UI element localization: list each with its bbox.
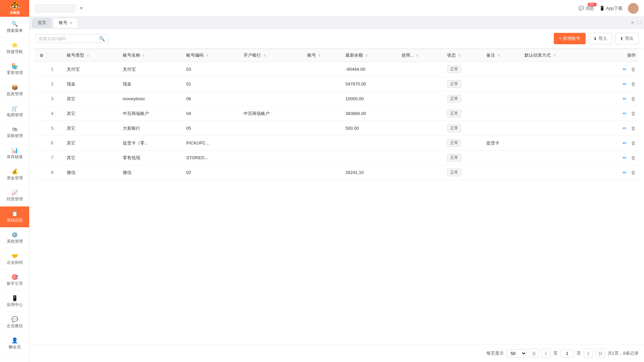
delete-icon-7[interactable]: 🗑 — [631, 170, 636, 175]
col-balance[interactable]: 最新余额 ⇅ — [343, 49, 399, 62]
export-button[interactable]: ⬆ 导出 — [615, 33, 639, 44]
delete-icon-5[interactable]: 🗑 — [631, 140, 636, 146]
user-avatar[interactable] — [628, 3, 639, 14]
row-num-3: 4 — [48, 106, 64, 121]
row-status-3: 正常 — [444, 106, 484, 121]
tab-home[interactable]: 首页 — [32, 18, 52, 28]
col-account-no[interactable]: 账号 ⇅ — [305, 49, 343, 62]
sidebar-item-finance-mgmt[interactable]: 💰资金管理 — [0, 164, 29, 185]
edit-icon-2[interactable]: ✏ — [623, 96, 627, 102]
app-logo: 🐯 乐账版 — [0, 0, 29, 17]
add-account-button[interactable]: + 新增账号 — [554, 33, 586, 44]
row-remark-7 — [484, 165, 522, 180]
page-size-select[interactable]: 50 100 200 — [506, 349, 527, 358]
import-button[interactable]: ⬇ 导入 — [588, 33, 612, 44]
sidebar-item-ecommerce-mgmt[interactable]: 🛒电商管理 — [0, 101, 29, 122]
row-num-4: 5 — [48, 121, 64, 136]
sidebar-item-quick-nav[interactable]: ⭐快捷导航 — [0, 38, 29, 59]
row-bank-7 — [241, 165, 305, 180]
edit-icon-1[interactable]: ✏ — [623, 81, 627, 87]
delete-icon-3[interactable]: 🗑 — [631, 111, 636, 116]
nav-icon-inventory-calc: 📊 — [1, 147, 28, 154]
delete-icon-6[interactable]: 🗑 — [631, 155, 636, 161]
row-account-name-1: 现金 — [120, 77, 184, 92]
message-icon: 💬 — [579, 6, 584, 11]
delete-icon-4[interactable]: 🗑 — [631, 125, 636, 131]
col-bank[interactable]: 开户银行 ⇅ — [241, 49, 305, 62]
col-default-settlement[interactable]: 默认结算方式 ⇅ — [522, 49, 595, 62]
search-input[interactable] — [39, 36, 99, 41]
tab-close-account[interactable]: ✕ — [69, 21, 72, 25]
nav-icon-enterprise-wechat: 💬 — [1, 316, 28, 322]
edit-icon-7[interactable]: ✏ — [623, 170, 627, 175]
edit-icon-6[interactable]: ✏ — [623, 155, 627, 161]
sidebar: 🐯 乐账版 🔍搜索菜单⭐快捷导航🏪零售管理📦批发管理🛒电商管理🛍采购管理📊库存核… — [0, 0, 30, 362]
pagination: 每页显示 50 100 200 ⟨⟨ ⟨ 页 页 ⟩ ⟩⟩ 共1页，8条记录 — [30, 344, 644, 362]
delete-icon-1[interactable]: 🗑 — [631, 81, 636, 87]
tab-label-home: 首页 — [38, 20, 46, 26]
edit-icon-5[interactable]: ✏ — [623, 140, 627, 146]
window-expand-icon[interactable]: ⛶ — [637, 20, 641, 25]
next-page-button[interactable]: ⟩ — [584, 349, 593, 358]
message-btn[interactable]: 💬 消息 99+ — [579, 5, 594, 11]
last-page-button[interactable]: ⟩⟩ — [596, 349, 605, 358]
row-account-name-0: 支付宝 — [120, 62, 184, 77]
sidebar-item-member[interactable]: 👤畅会员 — [0, 333, 29, 354]
col-account-name[interactable]: 账号名称 ⇅ — [120, 49, 184, 62]
sidebar-item-retail-mgmt[interactable]: 🏪零售管理 — [0, 59, 29, 80]
sidebar-item-new-guide[interactable]: 🎯新手引导 — [0, 270, 29, 291]
edit-icon-0[interactable]: ✏ — [623, 66, 627, 72]
col-settings[interactable]: ⚙ — [35, 49, 48, 62]
prev-page-button[interactable]: ⟨ — [541, 349, 551, 358]
row-balance-6 — [343, 150, 399, 165]
delete-icon-2[interactable]: 🗑 — [631, 96, 636, 102]
row-remark-0 — [484, 62, 522, 77]
sidebar-item-enterprise-agreement[interactable]: 🤝企业协同 — [0, 249, 29, 270]
tab-account[interactable]: 账号✕ — [53, 18, 78, 28]
col-account-type[interactable]: 账号类型 ⇅ — [64, 49, 120, 62]
row-actions-6: ✏ 🗑 — [596, 150, 639, 165]
row-num-6: 7 — [48, 150, 64, 165]
sidebar-item-app-center[interactable]: 📱应用中心 — [0, 291, 29, 312]
sidebar-item-wholesale-mgmt[interactable]: 📦批发管理 — [0, 80, 29, 101]
row-bank-3: 中百商场账户 — [241, 106, 305, 121]
topbar-search-input[interactable] — [35, 4, 75, 12]
col-account-code[interactable]: 账号编码 ⇅ — [183, 49, 241, 62]
nav-icon-operations-mgmt: 📈 — [1, 189, 28, 196]
col-status[interactable]: 状态 ⇅ — [444, 49, 484, 62]
edit-icon-3[interactable]: ✏ — [623, 111, 627, 116]
table-row: 3 其它 moneybosx 06 10000.00 正常 ✏ 🗑 — [35, 92, 639, 106]
col-remark[interactable]: 备注 ⇅ — [484, 49, 522, 62]
page-size-label: 每页显示 — [486, 350, 504, 356]
logo-text: 乐账版 — [10, 10, 20, 15]
row-num-7: 8 — [48, 165, 64, 180]
first-page-button[interactable]: ⟨⟨ — [529, 349, 539, 358]
message-badge: 99+ — [588, 3, 597, 6]
sidebar-item-purchase-mgmt[interactable]: 🛍采购管理 — [0, 122, 29, 143]
edit-icon-4[interactable]: ✏ — [623, 125, 627, 131]
app-download-btn[interactable]: 📱 App下载 — [599, 5, 623, 11]
row-bank-6 — [241, 150, 305, 165]
topbar-dropdown-icon[interactable]: ▼ — [79, 6, 84, 11]
window-close-icon[interactable]: ✕ — [631, 20, 634, 25]
delete-icon-0[interactable]: 🗑 — [631, 66, 636, 72]
col-usage[interactable]: 使用... ⇅ — [399, 49, 444, 62]
row-status-1: 正常 — [444, 77, 484, 92]
sidebar-item-search-menu[interactable]: 🔍搜索菜单 — [0, 17, 29, 38]
page-input[interactable] — [560, 350, 574, 357]
topbar-left: ▼ — [35, 4, 84, 12]
row-account-type-7: 微信 — [64, 165, 120, 180]
row-account-no-2 — [305, 92, 343, 106]
row-account-name-4: 大新银行 — [120, 121, 184, 136]
row-account-name-5: 提货卡（零... — [120, 136, 184, 150]
row-account-code-1: 01 — [183, 77, 241, 92]
sidebar-item-enterprise-wechat[interactable]: 💬企业微信 — [0, 312, 29, 333]
row-default-settlement-2 — [522, 92, 595, 106]
sidebar-item-inventory-calc[interactable]: 📊库存核算 — [0, 143, 29, 164]
sidebar-item-operations-mgmt[interactable]: 📈经营管理 — [0, 185, 29, 206]
sidebar-item-basic-info[interactable]: 📋基础信息 — [0, 206, 29, 228]
sidebar-item-system-mgmt[interactable]: ⚙️系统管理 — [0, 228, 29, 249]
toolbar-right: + 新增账号 ⬇ 导入 ⬆ 导出 — [554, 33, 639, 44]
row-status-7: 正常 — [444, 165, 484, 180]
row-account-no-1 — [305, 77, 343, 92]
